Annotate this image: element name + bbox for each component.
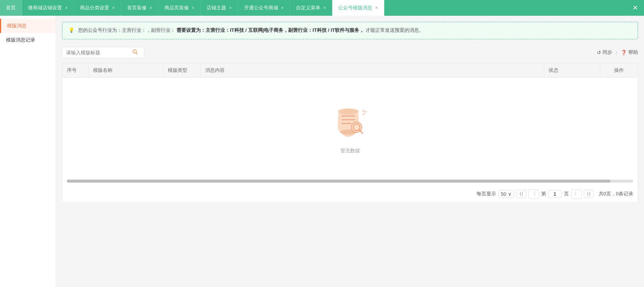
page-number-input[interactable] <box>548 190 562 198</box>
col-header-name: 模版名称 <box>89 63 163 77</box>
first-page-button[interactable]: ⟨⟨ <box>517 190 526 198</box>
sync-button[interactable]: ↺ 同步 <box>597 49 612 56</box>
notice-box: 💡 您的公众号行业为：主营行业：，副营行业： 需要设置为：主营行业：IT科技 /… <box>62 22 638 39</box>
search-button[interactable] <box>130 47 141 58</box>
tab-open-mall[interactable]: 开通公众号商城 × <box>238 0 290 16</box>
page-size-label: 每页显示 <box>477 190 496 197</box>
tab-home[interactable]: 首页 <box>0 0 22 16</box>
tab-shop-theme[interactable]: 店铺主题 × <box>201 0 238 16</box>
close-icon[interactable]: × <box>192 5 194 10</box>
chevron-down-icon: ∨ <box>508 191 512 197</box>
col-header-action: 操作 <box>600 63 638 77</box>
page-label-pre: 第 <box>541 190 546 197</box>
page-label-suf: 页 <box>564 190 569 197</box>
content-area: 💡 您的公众号行业为：主营行业：，副营行业： 需要设置为：主营行业：IT科技 /… <box>56 16 644 287</box>
lightbulb-icon: 💡 <box>68 27 74 33</box>
page-total: 共0页，0条记录 <box>599 190 633 197</box>
close-icon[interactable]: × <box>150 5 152 10</box>
scrollbar-thumb[interactable] <box>67 180 610 183</box>
svg-line-13 <box>364 112 366 112</box>
pagination: 每页显示 50 ∨ ⟨⟨ 〈 第 页 〉 ⟩⟩ 共0页，0条记录 <box>62 186 638 202</box>
close-icon[interactable]: × <box>281 5 284 10</box>
next-page-button[interactable]: 〉 <box>571 189 582 199</box>
col-header-seq: 序号 <box>62 63 89 77</box>
empty-illustration <box>330 100 371 141</box>
help-button[interactable]: ❓ 帮助 <box>621 49 638 56</box>
sync-icon: ↺ <box>597 50 601 55</box>
tab-homepage-decor[interactable]: 首页装修 × <box>121 0 158 16</box>
divider: | <box>616 50 617 55</box>
empty-text: 暂无数据 <box>341 147 360 154</box>
tab-custom-menu[interactable]: 自定义菜单 × <box>290 0 332 16</box>
prev-page-button[interactable]: 〈 <box>529 189 539 199</box>
horizontal-scrollbar[interactable] <box>67 180 633 183</box>
close-icon[interactable]: × <box>323 5 326 10</box>
sidebar: 模版消息 模版消息记录 <box>0 16 56 287</box>
tab-template-msg[interactable]: 公众号模版消息 × <box>332 0 384 16</box>
svg-point-7 <box>338 109 359 115</box>
svg-line-14 <box>363 114 364 115</box>
help-icon: ❓ <box>621 50 627 55</box>
tab-bar: 首页 微商城店铺设置 × 商品分类设置 × 首页装修 × 商品页装修 × 店铺主… <box>0 0 644 16</box>
window-close-button[interactable]: ✕ <box>626 4 644 12</box>
search-field-wrapper <box>62 47 144 58</box>
close-icon[interactable]: × <box>229 5 232 10</box>
col-header-type: 模版类型 <box>163 63 201 77</box>
main-layout: 模版消息 模版消息记录 💡 您的公众号行业为：主营行业：，副营行业： 需要设置为… <box>0 16 644 287</box>
empty-state: 暂无数据 <box>62 78 638 177</box>
svg-line-12 <box>363 110 364 112</box>
search-bar: ↺ 同步 | ❓ 帮助 <box>62 47 638 58</box>
close-icon[interactable]: × <box>375 5 378 10</box>
svg-line-1 <box>136 53 138 54</box>
data-table: 序号 模版名称 模版类型 消息内容 状态 操作 <box>62 63 638 203</box>
page-size-select[interactable]: 50 ∨ <box>498 190 514 198</box>
table-header: 序号 模版名称 模版类型 消息内容 状态 操作 <box>62 63 638 78</box>
col-header-status: 状态 <box>544 63 600 77</box>
tab-shop-settings[interactable]: 微商城店铺设置 × <box>22 0 74 16</box>
search-icon <box>133 49 138 55</box>
close-icon[interactable]: × <box>112 5 115 10</box>
search-input[interactable] <box>62 48 130 58</box>
sidebar-item-template-msg[interactable]: 模版消息 <box>0 19 56 33</box>
close-icon[interactable]: × <box>65 5 68 10</box>
tab-product-decor[interactable]: 商品页装修 × <box>158 0 201 16</box>
search-actions: ↺ 同步 | ❓ 帮助 <box>597 49 638 56</box>
tab-category-settings[interactable]: 商品分类设置 × <box>74 0 121 16</box>
last-page-button[interactable]: ⟩⟩ <box>584 190 594 198</box>
sidebar-item-template-msg-log[interactable]: 模版消息记录 <box>0 33 56 47</box>
col-header-content: 消息内容 <box>201 63 544 77</box>
